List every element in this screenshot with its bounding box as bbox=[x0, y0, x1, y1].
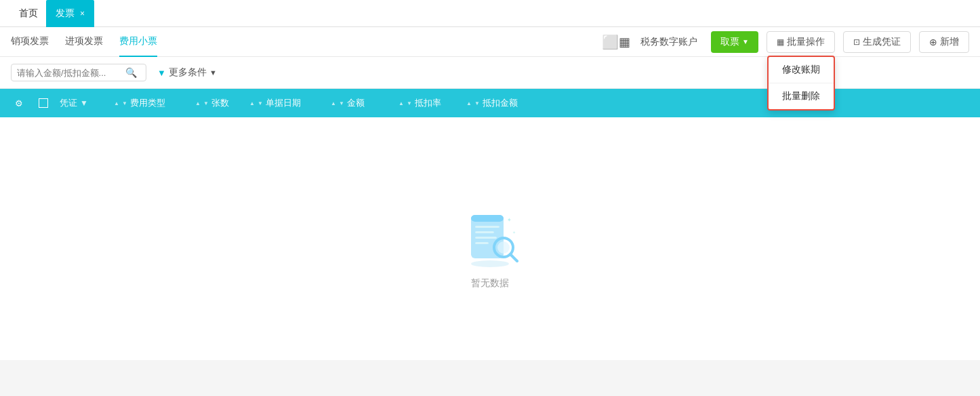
th-check[interactable] bbox=[33, 98, 54, 108]
nav-home[interactable]: 首页 bbox=[11, 0, 46, 27]
select-all-checkbox[interactable] bbox=[39, 98, 48, 108]
sub-nav: 销项发票 进项发票 费用小票 ⬜ ▦ 税务数字账户 取票 ▼ ▦ 批量操作 修改… bbox=[0, 27, 980, 57]
th-amount-label: 金额 bbox=[347, 97, 365, 109]
empty-text: 暂无数据 bbox=[471, 277, 509, 290]
content-area: ⚙ 凭证 ▼ ▲ ▼ 费用类型 ▲ ▼ 张数 ▲ ▼ 单据日期 ▲ ▼ 金额 bbox=[0, 89, 980, 360]
sort-down-rate-icon: ▼ bbox=[407, 100, 412, 106]
batch-op-label: 批量操作 bbox=[787, 36, 825, 48]
sub-nav-right: ⬜ ▦ 税务数字账户 取票 ▼ ▦ 批量操作 修改账期 批量删除 ⊡ 生成凭证 … bbox=[605, 31, 969, 53]
dropdown-item-batch-delete[interactable]: 批量删除 bbox=[769, 83, 834, 109]
th-gear[interactable]: ⚙ bbox=[5, 98, 33, 108]
sort-down-amount-icon: ▼ bbox=[339, 100, 344, 106]
qr-icon: ⬜ bbox=[602, 34, 619, 50]
th-date: ▲ ▼ 单据日期 bbox=[244, 97, 325, 109]
th-count-label: 张数 bbox=[211, 97, 229, 109]
sort-up-deduct-icon: ▲ bbox=[466, 100, 472, 106]
batch-op-wrap: ▦ 批量操作 修改账期 批量删除 bbox=[767, 31, 835, 53]
tab-purchase-invoice[interactable]: 进项发票 bbox=[65, 27, 103, 57]
qr-code-button[interactable]: ⬜ ▦ bbox=[605, 31, 627, 53]
sort-down-date-icon: ▼ bbox=[258, 100, 263, 106]
nav-tab-invoice[interactable]: 发票 × bbox=[46, 0, 94, 27]
svg-point-0 bbox=[471, 260, 509, 267]
sort-down-count-icon: ▼ bbox=[203, 100, 209, 106]
th-rate: ▲ ▼ 抵扣率 bbox=[393, 97, 461, 109]
generate-icon: ⊡ bbox=[853, 37, 860, 47]
th-deduct-label: 抵扣金额 bbox=[483, 97, 518, 109]
empty-state: ✦ ✦ 暂无数据 bbox=[0, 117, 980, 360]
empty-illustration: ✦ ✦ bbox=[456, 201, 524, 269]
batch-dropdown-menu: 修改账期 批量删除 bbox=[767, 56, 835, 111]
add-new-button[interactable]: ⊕ 新增 bbox=[919, 31, 969, 53]
gear-icon: ⚙ bbox=[15, 98, 23, 108]
th-expense-label: 费用类型 bbox=[130, 97, 165, 109]
svg-rect-2 bbox=[471, 215, 504, 222]
svg-text:✦: ✦ bbox=[512, 231, 516, 235]
sort-down-deduct-icon: ▼ bbox=[474, 100, 480, 106]
take-ticket-button[interactable]: 取票 ▼ bbox=[711, 31, 758, 53]
th-voucher-label: 凭证 bbox=[60, 97, 77, 109]
th-amount: ▲ ▼ 金额 bbox=[325, 97, 393, 109]
svg-rect-5 bbox=[475, 237, 497, 239]
filter-icon: ▼ bbox=[157, 68, 166, 78]
svg-rect-3 bbox=[475, 226, 499, 228]
nav-tab-label: 发票 bbox=[56, 7, 75, 20]
sort-down-icon: ▼ bbox=[122, 100, 127, 106]
dropdown-item-change-period[interactable]: 修改账期 bbox=[769, 57, 834, 83]
th-expense: ▲ ▼ 费用类型 bbox=[108, 97, 190, 109]
more-filter-label: 更多条件 bbox=[169, 66, 207, 79]
search-icon: 🔍 bbox=[125, 67, 137, 78]
generate-voucher-label: 生成凭证 bbox=[863, 36, 901, 48]
sort-up-amount-icon: ▲ bbox=[331, 100, 336, 106]
filter-table-icon[interactable]: ▼ bbox=[80, 98, 88, 108]
add-circle-icon: ⊕ bbox=[929, 37, 937, 47]
top-nav: 首页 发票 × bbox=[0, 0, 980, 27]
chevron-down-icon: ▼ bbox=[209, 68, 217, 77]
sort-up-icon: ▲ bbox=[114, 100, 119, 106]
add-new-label: 新增 bbox=[940, 36, 959, 48]
sort-up-rate-icon: ▲ bbox=[399, 100, 404, 106]
qr-grid-icon: ▦ bbox=[619, 35, 630, 50]
svg-rect-4 bbox=[475, 231, 494, 233]
batch-icon: ▦ bbox=[777, 37, 784, 47]
tab-expense-receipt[interactable]: 费用小票 bbox=[119, 27, 157, 57]
svg-point-8 bbox=[497, 241, 510, 254]
th-count: ▲ ▼ 张数 bbox=[190, 97, 244, 109]
tax-account-button[interactable]: 税务数字账户 bbox=[635, 36, 703, 48]
sub-nav-left: 销项发票 进项发票 费用小票 bbox=[11, 27, 157, 57]
th-date-label: 单据日期 bbox=[266, 97, 301, 109]
search-input[interactable] bbox=[17, 68, 125, 78]
th-deduct: ▲ ▼ 抵扣金额 bbox=[461, 97, 975, 109]
tax-account-label: 税务数字账户 bbox=[640, 36, 697, 48]
batch-op-button[interactable]: ▦ 批量操作 bbox=[767, 31, 835, 53]
svg-text:✦: ✦ bbox=[507, 217, 512, 223]
chevron-down-icon: ▼ bbox=[742, 38, 749, 45]
svg-line-9 bbox=[510, 254, 517, 261]
sort-up-date-icon: ▲ bbox=[249, 100, 255, 106]
th-voucher: 凭证 ▼ bbox=[54, 97, 108, 109]
search-input-wrap: 🔍 bbox=[11, 64, 146, 81]
more-filter-button[interactable]: ▼ 更多条件 ▼ bbox=[157, 66, 217, 79]
tab-sales-invoice[interactable]: 销项发票 bbox=[11, 27, 49, 57]
generate-voucher-button[interactable]: ⊡ 生成凭证 bbox=[843, 31, 911, 53]
take-ticket-label: 取票 bbox=[720, 36, 739, 48]
svg-rect-6 bbox=[475, 242, 489, 244]
sort-up-count-icon: ▲ bbox=[195, 100, 201, 106]
th-rate-label: 抵扣率 bbox=[415, 97, 441, 109]
close-tab-icon[interactable]: × bbox=[80, 9, 85, 18]
